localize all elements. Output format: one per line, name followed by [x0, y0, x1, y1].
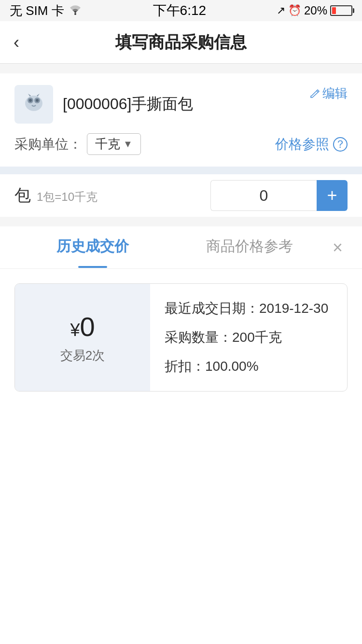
svg-point-4 — [29, 99, 32, 102]
edit-label: 编辑 — [322, 85, 348, 102]
page-title: 填写商品采购信息 — [115, 31, 247, 54]
unit-selector: 采购单位： 千克 ▼ — [14, 133, 141, 155]
price-detail-discount: 折扣：100.00% — [165, 356, 333, 377]
battery-percent: 20% — [304, 4, 327, 17]
carrier-label: 无 SIM 卡 — [10, 2, 64, 19]
battery-fill — [332, 7, 336, 14]
quantity-unit-big: 包 — [14, 184, 31, 207]
product-owl-icon — [20, 89, 47, 120]
price-amount: ¥0 — [70, 311, 95, 342]
tab-history-price[interactable]: 历史成交价 — [14, 237, 171, 258]
price-reference-button[interactable]: 价格参照 ？ — [275, 135, 348, 154]
price-detail-qty-value: 200千克 — [232, 330, 282, 345]
price-ref-label: 价格参照 — [275, 135, 329, 154]
dropdown-arrow-icon: ▼ — [123, 139, 133, 150]
wifi-icon — [68, 3, 83, 18]
product-left: [0000006]手撕面包 — [14, 85, 193, 124]
price-detail-date-value: 2019-12-30 — [259, 301, 328, 316]
product-card: [0000006]手撕面包 编辑 采购单位： 千克 ▼ 价格参照 ？ — [0, 73, 362, 167]
svg-point-1 — [25, 96, 42, 111]
price-trade-count: 交易2次 — [60, 347, 105, 364]
svg-point-0 — [74, 13, 76, 15]
product-unit-row: 采购单位： 千克 ▼ 价格参照 ？ — [14, 133, 348, 155]
alarm-icon: ⏰ — [288, 4, 301, 17]
page-body — [0, 406, 362, 644]
unit-dropdown[interactable]: 千克 ▼ — [87, 133, 141, 155]
status-time: 下午6:12 — [153, 1, 207, 20]
unit-prefix: 采购单位： — [14, 135, 82, 154]
price-detail-date: 最近成交日期：2019-12-30 — [165, 298, 333, 319]
tabs-section: 历史成交价 商品价格参考 × ¥0 交易2次 最近成交日期：2019-12-30… — [0, 226, 362, 406]
unit-value: 千克 — [95, 136, 120, 153]
status-right: ↗ ⏰ 20% — [277, 4, 352, 17]
price-detail-discount-label: 折扣： — [165, 359, 205, 374]
quantity-unit-label: 包 1包=10千克 — [14, 184, 97, 207]
price-value: 0 — [80, 311, 95, 342]
svg-point-5 — [36, 99, 39, 102]
quantity-input[interactable] — [210, 180, 317, 211]
edit-icon — [310, 88, 320, 99]
product-name: [0000006]手撕面包 — [63, 94, 193, 115]
price-currency: ¥ — [70, 320, 80, 340]
status-bar: 无 SIM 卡 下午6:12 ↗ ⏰ 20% — [0, 0, 362, 21]
quantity-input-area: + — [210, 180, 348, 211]
quantity-unit-sub: 1包=10千克 — [37, 189, 97, 205]
location-icon: ↗ — [277, 4, 285, 17]
price-detail-qty-label: 采购数量： — [165, 330, 232, 345]
tabs-close-button[interactable]: × — [328, 238, 348, 258]
section-divider — [0, 167, 362, 174]
price-card-container: ¥0 交易2次 最近成交日期：2019-12-30 采购数量：200千克 折扣：… — [0, 269, 362, 406]
price-card: ¥0 交易2次 最近成交日期：2019-12-30 采购数量：200千克 折扣：… — [14, 283, 348, 392]
price-card-right: 最近成交日期：2019-12-30 采购数量：200千克 折扣：100.00% — [150, 284, 347, 391]
quantity-row: 包 1包=10千克 + — [0, 174, 362, 217]
product-thumbnail — [14, 85, 53, 124]
price-ref-help-icon: ？ — [333, 137, 348, 152]
quantity-plus-button[interactable]: + — [317, 180, 348, 211]
edit-button[interactable]: 编辑 — [310, 85, 348, 102]
tab-product-price-reference[interactable]: 商品价格参考 — [171, 237, 327, 258]
product-header: [0000006]手撕面包 编辑 — [14, 85, 348, 124]
tabs-header: 历史成交价 商品价格参考 × — [0, 226, 362, 269]
price-detail-qty: 采购数量：200千克 — [165, 327, 333, 348]
price-card-left: ¥0 交易2次 — [15, 284, 150, 391]
back-button[interactable]: ‹ — [14, 32, 19, 53]
battery-indicator — [330, 5, 352, 16]
price-detail-discount-value: 100.00% — [205, 359, 259, 374]
nav-bar: ‹ 填写商品采购信息 — [0, 21, 362, 64]
price-detail-date-label: 最近成交日期： — [165, 301, 259, 316]
status-left: 无 SIM 卡 — [10, 2, 83, 19]
